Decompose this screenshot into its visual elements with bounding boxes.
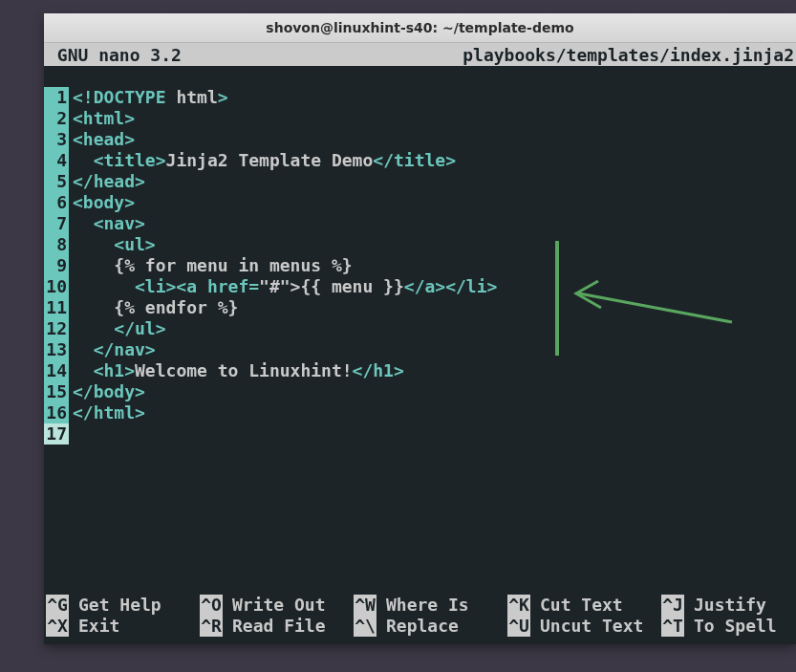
code-line[interactable]: 9 {% for menu in menus %} [44,255,796,276]
shortcut-cut-text[interactable]: ^KCut Text [507,595,661,616]
code-text: <nav> [69,213,145,234]
line-number: 7 [44,213,69,234]
line-number: 10 [44,276,69,297]
code-text: <h1>Welcome to Linuxhint!</h1> [69,360,404,381]
line-number: 16 [44,402,69,423]
shortcut-key: ^X [46,616,69,637]
footer-row-1: ^GGet Help^OWrite Out^WWhere Is^KCut Tex… [44,595,796,616]
nano-footer: ^GGet Help^OWrite Out^WWhere Is^KCut Tex… [44,595,796,637]
line-number: 8 [44,234,69,255]
shortcut-key: ^\ [354,616,376,637]
line-number: 17 [44,423,69,444]
footer-row-2: ^XExit^RRead File^\Replace^UUncut Text^T… [44,616,796,637]
code-text: </body> [69,381,145,402]
code-line[interactable]: 8 <ul> [44,234,796,255]
shortcut-label: Justify [684,595,766,616]
code-text [69,423,73,444]
line-number: 5 [44,171,69,192]
nano-app-name: GNU nano 3.2 [47,45,182,65]
shortcut-key: ^U [507,616,530,637]
code-text: {% for menu in menus %} [69,255,353,276]
shortcut-read-file[interactable]: ^RRead File [200,616,354,637]
code-line[interactable]: 6<body> [44,192,796,213]
code-line[interactable]: 15</body> [44,381,796,402]
window-titlebar[interactable]: shovon@linuxhint-s40: ~/template-demo [44,13,796,43]
code-text: <ul> [69,234,156,255]
code-line[interactable]: 16</html> [44,402,796,423]
code-line[interactable]: 5</head> [44,171,796,192]
shortcut-key: ^G [46,595,69,616]
nano-filename: playbooks/templates/index.jinja2 [463,45,796,65]
shortcut-get-help[interactable]: ^GGet Help [46,595,200,616]
code-text: </html> [69,402,145,423]
code-text: </nav> [69,339,156,360]
code-line[interactable]: 12 </ul> [44,318,796,339]
shortcut-label: Cut Text [530,595,623,616]
shortcut-label: Write Out [223,595,326,616]
line-number: 14 [44,360,69,381]
shortcut-justify[interactable]: ^JJustify [661,595,795,616]
code-text: <head> [69,129,135,150]
code-text: <li><a href="#">{{ menu }}</a></li> [69,276,497,297]
shortcut-key: ^R [200,616,223,637]
line-number: 11 [44,297,69,318]
nano-header: GNU nano 3.2 playbooks/templates/index.j… [44,43,796,66]
line-number: 6 [44,192,69,213]
code-line[interactable]: 3<head> [44,129,796,150]
window-title-text: shovon@linuxhint-s40: ~/template-demo [266,20,573,35]
line-number: 1 [44,87,69,108]
shortcut-label: Exit [69,616,119,637]
code-text: <body> [69,192,135,213]
code-text: </head> [69,171,145,192]
editor-blank-row [44,66,796,87]
code-line[interactable]: 13 </nav> [44,339,796,360]
shortcut-key: ^K [507,595,530,616]
shortcut-uncut-text[interactable]: ^UUncut Text [507,616,661,637]
line-number: 3 [44,129,69,150]
code-line[interactable]: 14 <h1>Welcome to Linuxhint!</h1> [44,360,796,381]
code-line[interactable]: 11 {% endfor %} [44,297,796,318]
line-number: 2 [44,108,69,129]
editor-body[interactable]: 1<!DOCTYPE html>2<html>3<head>4 <title>J… [44,87,796,444]
code-line[interactable]: 1<!DOCTYPE html> [44,87,796,108]
shortcut-key: ^W [354,595,376,616]
shortcut-to-spell[interactable]: ^TTo Spell [661,616,795,637]
terminal-window: shovon@linuxhint-s40: ~/template-demo GN… [44,13,796,644]
shortcut-key: ^T [661,616,684,637]
shortcut-label: Read File [223,616,326,637]
code-line[interactable]: 7 <nav> [44,213,796,234]
shortcut-key: ^J [661,595,684,616]
line-number: 9 [44,255,69,276]
shortcut-exit[interactable]: ^XExit [46,616,200,637]
shortcut-replace[interactable]: ^\Replace [354,616,507,637]
code-line[interactable]: 10 <li><a href="#">{{ menu }}</a></li> [44,276,796,297]
shortcut-label: Replace [376,616,459,637]
shortcut-write-out[interactable]: ^OWrite Out [200,595,354,616]
shortcut-label: Get Help [69,595,161,616]
line-number: 4 [44,150,69,171]
code-text: <!DOCTYPE html> [69,87,228,108]
shortcut-where-is[interactable]: ^WWhere Is [354,595,507,616]
shortcut-label: Uncut Text [530,616,643,637]
shortcut-key: ^O [200,595,223,616]
shortcut-label: To Spell [684,616,777,637]
code-text: </ul> [69,318,166,339]
code-line[interactable]: 2<html> [44,108,796,129]
code-line[interactable]: 4 <title>Jinja2 Template Demo</title> [44,150,796,171]
shortcut-label: Where Is [376,595,469,616]
line-number: 13 [44,339,69,360]
line-number: 15 [44,381,69,402]
line-number: 12 [44,318,69,339]
code-text: {% endfor %} [69,297,238,318]
code-line[interactable]: 17 [44,423,796,444]
code-text: <html> [69,108,135,129]
code-text: <title>Jinja2 Template Demo</title> [69,150,456,171]
